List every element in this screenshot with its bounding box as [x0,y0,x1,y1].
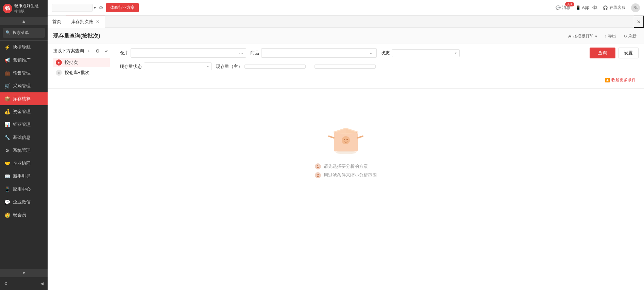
refresh-button[interactable]: ↻ 刷新 [622,32,639,40]
topbar-left: ▾ ⚙ 体验行业方案 [52,3,553,12]
plan-warehouse-batch-label: 按仓库+批次 [65,70,89,76]
topbar-search: ▾ [52,4,96,12]
sidebar-item-13[interactable]: 👑畅会员 [0,209,48,221]
tabs-close-all-button[interactable]: ✕ [634,16,644,28]
trial-button[interactable]: 体验行业方案 [106,3,139,12]
nav-icon-11: 📱 [4,186,10,192]
collapse-more-button[interactable]: 🔼 收起更多条件 [602,76,639,84]
export-icon: ↑ [605,34,607,39]
nav-label-10: 新手引导 [13,173,31,179]
sidebar-item-6[interactable]: 📊经营管理 [0,118,48,131]
nav-icon-3: 🛒 [4,83,10,89]
svg-point-9 [336,151,356,154]
search-menu-label: 搜索菜单 [13,30,29,36]
inventory-qty-from[interactable] [244,65,306,69]
product-field: 商品 ··· [250,48,377,58]
topbar-settings-button[interactable]: ⚙ [99,4,103,11]
print-template-button[interactable]: 🖨 按模板打印 ▾ [566,32,599,40]
topbar-dropdown-button[interactable]: ▾ [94,5,96,10]
filter-left: 按以下方案查询 + ⚙ « ● 按批次 ○ 按仓库+批次 [53,48,114,84]
nav-label-12: 企业微信 [13,199,31,205]
warehouse-dots: ··· [239,50,243,56]
sidebar-item-3[interactable]: 🛒采购管理 [0,79,48,92]
plan-settings-button[interactable]: ⚙ [94,48,101,54]
inventory-qty-label: 现存量（主） [216,64,242,70]
sidebar-item-10[interactable]: 📖新手引导 [0,170,48,183]
app-download-button[interactable]: 📱 App下载 [576,5,597,11]
sidebar-item-1[interactable]: 📢营销推广 [0,54,48,67]
nav-icon-12: 💬 [4,199,10,205]
nav-label-5: 资金管理 [13,109,31,115]
messages-button[interactable]: 💬 消息 99+ [556,5,570,11]
sidebar-item-8[interactable]: ⚙系统管理 [0,144,48,157]
app-download-icon: 📱 [576,5,581,10]
empty-hint-2: 2 用过滤条件来缩小分析范围 [315,172,377,178]
sidebar-item-0[interactable]: ⚡快捷导航 [0,41,48,54]
nav-label-2: 销售管理 [13,70,31,76]
sidebar-item-5[interactable]: 💰资金管理 [0,105,48,118]
tab-inventory-batch[interactable]: 库存批次账 ✕ [66,16,105,28]
sidebar-settings-button[interactable]: ⚙ [3,280,9,287]
print-icon: 🖨 [568,34,572,39]
nav-icon-0: ⚡ [4,44,10,50]
plan-item-batch[interactable]: ● 按批次 [53,58,110,67]
sidebar-search: 🔍 搜索菜单 [0,25,48,41]
empty-illustration [325,116,366,157]
product-input[interactable]: ··· [261,48,377,58]
messages-icon: 💬 [556,5,561,10]
sidebar-scroll-up[interactable]: ▲ [0,17,48,25]
svg-point-5 [344,139,345,140]
nav-icon-6: 📊 [4,122,10,128]
sidebar-item-11[interactable]: 📱应用中心 [0,183,48,196]
sidebar-item-7[interactable]: 🔧基础信息 [0,131,48,144]
user-avatar[interactable]: Rit [631,3,640,12]
inventory-status-chevron-icon: ▾ [207,65,209,68]
sidebar-collapse-button[interactable]: ◀ [39,280,45,287]
hint-text-2: 用过滤条件来缩小分析范围 [324,172,377,178]
inventory-qty-field: 现存量（主） — [216,64,376,70]
empty-state: 1 请先选择要分析的方案 2 用过滤条件来缩小分析范围 [48,89,644,205]
nav-label-1: 营销推广 [13,57,31,63]
add-plan-button[interactable]: + [85,48,92,54]
refresh-label: 刷新 [628,33,637,39]
inventory-status-field: 现存量状态 ▾ [120,62,212,70]
topbar-right: 💬 消息 99+ 📱 App下载 🎧 在线客服 Rit [556,3,640,12]
sidebar-item-2[interactable]: 💼销售管理 [0,67,48,79]
tab-home-label: 首页 [52,19,61,25]
plan-collapse-button[interactable]: « [103,48,110,54]
topbar-search-input[interactable] [52,4,92,12]
empty-svg [325,116,366,157]
tab-home[interactable]: 首页 [48,16,66,28]
status-select[interactable]: ▾ [392,49,460,57]
warehouse-input[interactable]: ··· [131,48,246,58]
sidebar-item-12[interactable]: 💬企业微信 [0,196,48,209]
filter-row-2: 现存量状态 ▾ 现存量（主） — [120,62,639,70]
inventory-qty-to[interactable] [315,65,376,69]
page-content: 现存量查询(按批次) 🖨 按模板打印 ▾ ↑ 导出 ↻ 刷新 [48,28,644,290]
tab-close-button[interactable]: ✕ [95,19,100,24]
app-download-label: App下载 [582,5,597,11]
nav-icon-8: ⚙ [4,147,10,153]
filter-settings-button[interactable]: 设置 [618,48,639,58]
online-support-button[interactable]: 🎧 在线客服 [603,5,626,11]
nav-label-11: 应用中心 [13,186,31,192]
filter-left-header: 按以下方案查询 + ⚙ « [53,48,110,54]
sidebar-item-9[interactable]: 🤝企业协同 [0,157,48,170]
plan-item-warehouse-batch[interactable]: ○ 按仓库+批次 [53,68,110,77]
nav-icon-9: 🤝 [4,160,10,166]
brand: 畅 畅康通好生意 标准版 [3,3,45,14]
messages-badge: 99+ [565,2,574,6]
search-menu-button[interactable]: 🔍 搜索菜单 [3,28,45,38]
query-button[interactable]: 查询 [590,48,615,58]
sidebar-item-4[interactable]: 📦库存核算 [0,92,48,105]
nav-icon-1: 📢 [4,57,10,63]
warehouse-label: 仓库 [120,50,129,56]
sidebar-scroll-down[interactable]: ▼ [0,269,48,277]
export-button[interactable]: ↑ 导出 [603,32,618,40]
export-label: 导出 [608,33,616,39]
refresh-icon: ↻ [624,34,627,39]
filter-left-title: 按以下方案查询 [53,48,84,54]
inventory-status-select[interactable]: ▾ [144,62,212,70]
avatar-text: Rit [633,6,638,10]
empty-hints: 1 请先选择要分析的方案 2 用过滤条件来缩小分析范围 [315,163,377,178]
